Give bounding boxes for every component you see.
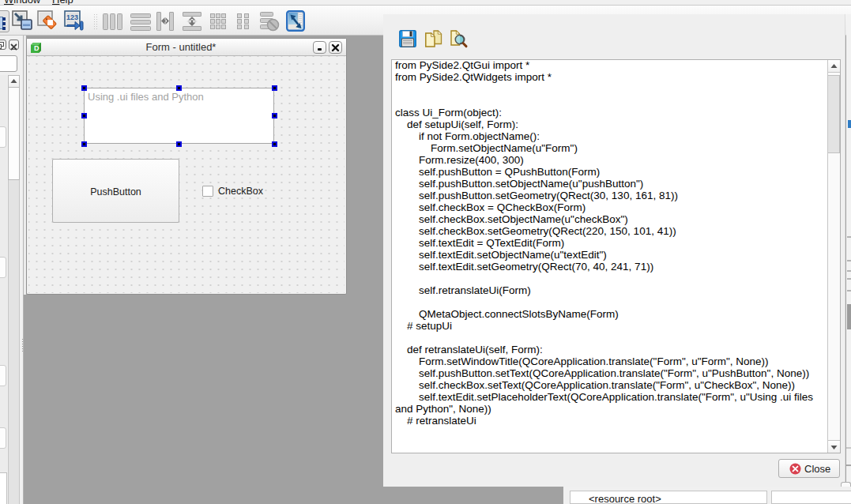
svg-text:123: 123: [66, 13, 78, 21]
